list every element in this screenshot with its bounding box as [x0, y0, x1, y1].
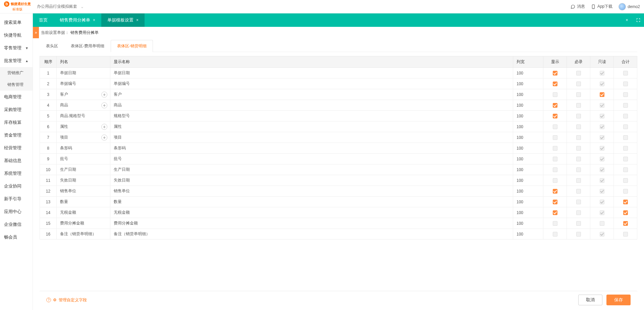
total-checkbox[interactable] [623, 200, 628, 204]
cell-display-name[interactable]: 备注（销货单明细） [110, 229, 513, 240]
page-tab[interactable]: 销售费用分摊单× [54, 13, 101, 27]
manage-custom-fields-link[interactable]: ? ⚙ 管理自定义字段 [46, 297, 87, 303]
cell-width[interactable]: 100 [513, 89, 543, 100]
cell-visible-checkbox [543, 175, 567, 186]
expand-row-icon[interactable]: + [101, 92, 107, 98]
visible-checkbox[interactable] [553, 82, 557, 86]
org-selector[interactable]: 办公用品行业模拟账套 ⌄ [37, 4, 84, 9]
cell-total-checkbox [614, 175, 637, 186]
page-tab[interactable]: 单据模板设置× [101, 13, 145, 27]
visible-checkbox[interactable] [553, 189, 557, 194]
sidebar-item[interactable]: 企业协同 [0, 180, 33, 193]
cell-width[interactable]: 100 [513, 154, 543, 164]
sidebar-item[interactable]: 批发管理▲ [0, 54, 33, 67]
sidebar-item[interactable]: 电商管理 [0, 91, 33, 103]
sidebar-item[interactable]: 畅会员 [0, 231, 33, 244]
visible-checkbox[interactable] [553, 200, 557, 204]
expand-row-icon[interactable]: + [101, 124, 107, 130]
col-header-visible: 显示 [543, 56, 567, 68]
cell-display-name[interactable]: 销售单位 [110, 186, 513, 197]
cell-display-name[interactable]: 数量 [110, 197, 513, 207]
total-checkbox[interactable] [623, 221, 628, 226]
sidebar-item[interactable]: 零售管理▼ [0, 42, 33, 54]
expand-row-icon[interactable]: + [101, 102, 107, 108]
messages-button[interactable]: 消息 [571, 4, 585, 9]
cell-display-name[interactable]: 条形码 [110, 143, 513, 154]
sidebar-item-label: 电商管理 [4, 94, 21, 100]
cell-width[interactable]: 100 [513, 229, 543, 240]
cell-readonly-checkbox [590, 154, 614, 164]
cell-display-name[interactable]: 无税金额 [110, 207, 513, 218]
sub-tab[interactable]: 表头区 [40, 40, 64, 52]
required-checkbox [576, 71, 581, 75]
total-checkbox[interactable] [623, 210, 628, 215]
edition-label: 标准版 [12, 7, 22, 12]
sidebar-item[interactable]: 采购管理 [0, 103, 33, 116]
close-icon[interactable]: × [136, 18, 139, 22]
sidebar-item[interactable]: 经营管理 [0, 142, 33, 154]
visible-checkbox[interactable] [553, 71, 557, 75]
cell-display-name[interactable]: 规格型号 [110, 111, 513, 121]
cell-display-name[interactable]: 项目 [110, 132, 513, 143]
expand-row-icon[interactable]: + [101, 135, 107, 141]
cell-width[interactable]: 100 [513, 186, 543, 197]
cell-width[interactable]: 100 [513, 197, 543, 207]
cell-width[interactable]: 100 [513, 100, 543, 111]
page-tab[interactable]: 首页 [33, 13, 54, 27]
cell-display-name[interactable]: 生产日期 [110, 164, 513, 175]
cell-width[interactable]: 100 [513, 68, 543, 79]
save-button[interactable]: 保存 [606, 295, 631, 305]
cell-width[interactable]: 100 [513, 79, 543, 89]
sidebar-item[interactable]: 企业微信 [0, 218, 33, 231]
cell-display-name[interactable]: 批号 [110, 154, 513, 164]
cell-total-checkbox [614, 79, 637, 89]
sidebar-subitem[interactable]: 销售管理 [0, 79, 33, 91]
expand-context-icon[interactable]: » [33, 27, 39, 38]
cell-width[interactable]: 100 [513, 175, 543, 186]
cell-display-name[interactable]: 单据编号 [110, 79, 513, 89]
sidebar-subitem[interactable]: 营销推广 [0, 67, 33, 79]
sidebar-item[interactable]: 新手引导 [0, 193, 33, 205]
cell-width[interactable]: 100 [513, 121, 543, 132]
user-menu[interactable]: demo2 [619, 3, 640, 10]
cancel-button[interactable]: 取消 [578, 295, 602, 305]
sidebar-item[interactable]: 系统管理 [0, 167, 33, 180]
visible-checkbox[interactable] [553, 114, 557, 118]
cell-required-checkbox [567, 79, 590, 89]
cell-display-name[interactable]: 商品 [110, 100, 513, 111]
visible-checkbox[interactable] [553, 210, 557, 215]
sidebar-item[interactable]: 基础信息 [0, 154, 33, 167]
cell-display-name[interactable]: 属性 [110, 121, 513, 132]
table-row: 9批号批号100 [40, 154, 637, 164]
cell-display-name[interactable]: 单据日期 [110, 68, 513, 79]
cell-display-name[interactable]: 失效日期 [110, 175, 513, 186]
cell-width[interactable]: 100 [513, 218, 543, 229]
readonly-checkbox[interactable] [600, 92, 604, 97]
save-label: 保存 [614, 297, 623, 303]
cell-required-checkbox [567, 164, 590, 175]
sub-tab[interactable]: 表体区-销货明细 [111, 40, 153, 52]
cell-seq: 12 [40, 186, 57, 197]
cell-display-name[interactable]: 费用分摊金额 [110, 218, 513, 229]
sidebar-item[interactable]: 搜索菜单 [0, 16, 33, 29]
cell-width[interactable]: 100 [513, 111, 543, 121]
sidebar-item[interactable]: 快捷导航 [0, 29, 33, 42]
cell-display-name[interactable]: 客户 [110, 89, 513, 100]
cell-visible-checkbox [543, 229, 567, 240]
close-icon[interactable]: × [93, 18, 95, 22]
cell-width[interactable]: 100 [513, 207, 543, 218]
cell-width[interactable]: 100 [513, 132, 543, 143]
cell-width[interactable]: 100 [513, 143, 543, 154]
app-download-button[interactable]: App下载 [591, 4, 612, 9]
cell-width[interactable]: 100 [513, 164, 543, 175]
close-all-tabs-icon[interactable]: × [621, 13, 633, 27]
tab-label: 首页 [39, 17, 48, 23]
sub-tab[interactable]: 表体区-费用单明细 [64, 40, 111, 52]
sidebar-item[interactable]: 应用中心 [0, 205, 33, 218]
cell-name: 客户+ [57, 89, 110, 100]
sidebar-item[interactable]: 库存核算 [0, 116, 33, 129]
fullscreen-icon[interactable] [633, 13, 644, 27]
sidebar-item[interactable]: 资金管理 [0, 129, 33, 142]
cell-readonly-checkbox [590, 229, 614, 240]
visible-checkbox[interactable] [553, 103, 557, 108]
